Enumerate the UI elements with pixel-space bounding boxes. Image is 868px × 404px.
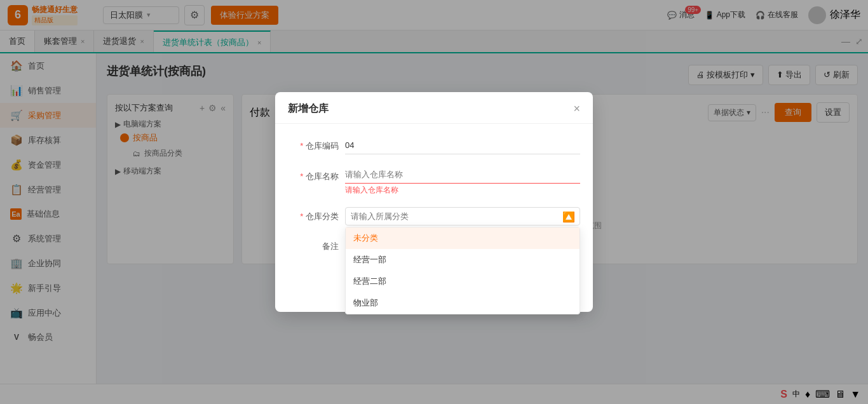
category-dropdown: 未分类 经营一部 经营二部 物业部 — [345, 227, 580, 314]
code-field-row: * 仓库编码 — [288, 137, 580, 154]
dialog-overlay: 新增仓库 × * 仓库编码 * 仓库名称 — [0, 0, 868, 404]
dialog-body: * 仓库编码 * 仓库名称 请输入仓库名称 * — [275, 124, 593, 276]
dialog-close-button[interactable]: × — [573, 102, 580, 116]
new-warehouse-dialog: 新增仓库 × * 仓库编码 * 仓库名称 — [275, 92, 593, 312]
code-label: * 仓库编码 — [288, 137, 339, 152]
name-error-msg: 请输入仓库名称 — [345, 185, 398, 196]
dropdown-item-1[interactable]: 经营一部 — [346, 249, 580, 271]
category-label: * 仓库分类 — [288, 207, 339, 222]
dropdown-item-2[interactable]: 经营二部 — [346, 271, 580, 292]
dropdown-item-0[interactable]: 未分类 — [346, 227, 580, 249]
note-label: 备注 — [288, 237, 339, 252]
name-field-row: * 仓库名称 请输入仓库名称 — [288, 166, 580, 196]
dialog-title: 新增仓库 — [288, 102, 329, 116]
code-input[interactable] — [345, 137, 580, 154]
name-input[interactable] — [345, 166, 580, 184]
category-field-row: * 仓库分类 🔼 未分类 经营一部 经营二部 物业部 — [288, 207, 580, 226]
category-input[interactable] — [345, 207, 580, 226]
name-label: * 仓库名称 — [288, 167, 339, 182]
dropdown-item-3[interactable]: 物业部 — [346, 292, 580, 314]
category-input-wrap: 🔼 未分类 经营一部 经营二部 物业部 — [345, 207, 580, 226]
dialog-header: 新增仓库 × — [275, 92, 593, 124]
category-up-icon[interactable]: 🔼 — [562, 210, 575, 222]
